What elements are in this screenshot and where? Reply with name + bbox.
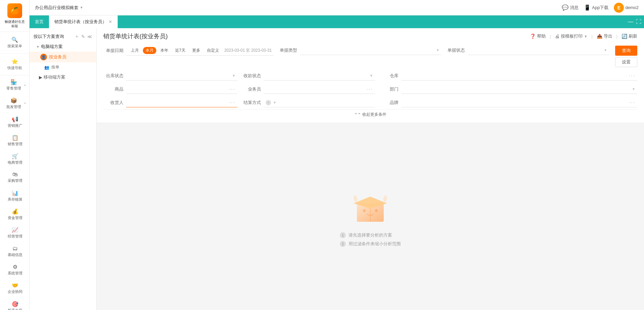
empty-tip-1: 1 请先选择要分析的方案 [340,232,401,238]
filter-area: 单据日期 上月 本月 本年 近7天 更多 自定义 2023-03-01 至 20… [103,44,637,123]
dept-control[interactable]: ▼ [401,85,637,94]
wholesale-label: 批发管理 [6,104,21,109]
collapse-panel-icon[interactable]: ≪ [87,34,92,39]
date-this-month[interactable]: 本月 [143,47,156,54]
refresh-button[interactable]: 🔄 刷新 [622,33,637,39]
collapse-bar[interactable]: ⌃⌃ 收起更多条件 [103,109,637,119]
tab-sales-stat[interactable]: 销货单统计表（按业务员） ✕ [49,15,118,28]
tab-close-icon[interactable]: ✕ [109,19,112,24]
salesperson-avatar-icon: 👤 [40,54,47,60]
tab-maximize-icon[interactable]: ⛶ [636,19,641,25]
tab-home[interactable]: 首页 [30,15,49,28]
template-print-button[interactable]: 🖨 按模板打印 ▼ [555,33,587,39]
export-button[interactable]: 📤 导出 [597,33,612,39]
doc-status-arrow: ▼ [604,48,607,52]
dept-label: 部门 [378,86,398,92]
settings-button[interactable]: 设置 [615,57,637,67]
date-custom[interactable]: 自定义 [204,47,222,54]
filter-row-2: 出库状态 ▼ 收款状态 ▼ [103,69,637,83]
desktop-group-title[interactable]: ▼ 电脑端方案 [30,42,96,52]
warehouse-control[interactable]: ··· [401,71,637,81]
user-profile[interactable]: E demo2 [614,3,639,13]
receiver-control[interactable]: ··· [126,98,237,107]
top-nav: 办公用品行业模拟账套 ▼ 💬 消息 📱 App下载 E demo2 [30,0,644,15]
date-more[interactable]: 更多 [190,47,203,54]
sidebar-item-wholesale[interactable]: 📦 批发管理 ▼ [0,94,29,112]
by-doc-icon: 👥 [44,65,49,70]
mobile-group: ▶ 移动端方案 [30,72,96,82]
left-panel: 按以下方案查询 ＋ ✎ ≪ ▼ 电脑端方案 👤 按业务员 [30,28,97,310]
enterprise-label: 企业协同 [8,289,22,294]
sidebar-item-finance[interactable]: 💰 资金管理 [0,205,29,223]
query-button[interactable]: 查询 [615,46,637,56]
sidebar-item-ecommerce[interactable]: 🛒 电商管理 [0,150,29,168]
doc-status-control[interactable]: ▼ [468,46,609,55]
mobile-group-title[interactable]: ▶ 移动端方案 [30,72,96,82]
date-this-year[interactable]: 本年 [158,47,171,54]
finance-icon: 💰 [12,208,18,215]
tab-home-label: 首页 [35,19,44,25]
base-info-icon: 🗂 [12,246,18,252]
sidebar-item-base-info[interactable]: 🗂 基础信息 [0,242,29,260]
shortcut-nav-button[interactable]: ⭐ 快捷导航 [3,56,26,72]
sidebar-item-marketing[interactable]: 📢 营销推广 [0,113,29,131]
warehouse-filter-item: 仓库 ··· [378,71,637,81]
print-icon: 🖨 [555,34,559,39]
date-last-month[interactable]: 上月 [128,47,142,54]
download-icon: 📱 [584,4,591,11]
dept-arrow: ▼ [632,87,635,91]
brand-control[interactable]: ··· [401,98,637,107]
mobile-group-label: 移动端方案 [44,74,65,80]
sidebar-item-enterprise[interactable]: 🤝 企业协同 [0,279,29,297]
doc-type-control[interactable]: ▼ [300,46,441,55]
purchase-label: 采购管理 [8,178,22,183]
settlement-clear-icon[interactable]: × [266,100,271,105]
system-icon: ⚙ [13,264,17,270]
tip-num-1: 1 [340,232,346,238]
print-dropdown-arrow[interactable]: ▼ [584,35,587,38]
export-icon: 📤 [597,34,602,39]
receiver-label: 收货人 [103,100,123,106]
sidebar-item-purchase[interactable]: 🛍 采购管理 [0,168,29,186]
sidebar-item-zero-retail[interactable]: 🏪 零售管理 ▲ [0,75,29,94]
print-label: 按模板打印 [561,33,583,39]
export-label: 导出 [604,33,612,39]
doc-type-filter-item: 单据类型 ▼ [277,46,441,55]
sidebar-item-newbie[interactable]: 🎯 新手引导 [0,298,29,310]
shortcut-section: ⭐ 快捷导航 [0,54,29,75]
edit-scheme-icon[interactable]: ✎ [81,34,85,39]
app-logo-text: 畅捷通好生意 标版 [5,19,25,28]
left-panel-item-by-doc[interactable]: 👥 按单 [30,62,96,72]
sales-icon: 📋 [12,135,18,141]
zero-retail-icon: 🏪 [10,79,17,85]
add-scheme-icon[interactable]: ＋ [74,34,79,40]
salesperson-control[interactable]: ··· [264,85,375,94]
message-icon: 💬 [562,4,569,11]
left-panel-item-salesperson[interactable]: 👤 按业务员 [30,52,96,62]
newbie-icon: 🎯 [12,301,18,307]
settlement-control[interactable]: × ▼ [264,98,375,107]
goods-control[interactable]: ··· [126,85,237,94]
tip-text-1: 请先选择要分析的方案 [348,232,392,238]
date-filter-item: 单据日期 上月 本月 本年 近7天 更多 自定义 2023-03-01 至 20… [103,46,274,56]
sidebar-item-system[interactable]: ⚙ 系统管理 [0,260,29,279]
payment-status-control[interactable]: ▼ [264,71,375,81]
ecommerce-icon: 🛒 [12,153,18,159]
inventory-icon: 📊 [12,190,18,196]
page-title: 销货单统计表(按业务员) [103,32,168,40]
salesperson-dots: ··· [367,86,373,92]
svg-point-4 [375,209,378,212]
search-menu-button[interactable]: 🔍 搜索菜单 [3,35,26,51]
account-dropdown[interactable]: 办公用品行业模拟账套 ▼ [35,5,83,11]
out-status-control[interactable]: ▼ [126,71,237,81]
tab-minimize-icon[interactable]: — [628,19,633,25]
app-download-button[interactable]: 📱 App下载 [584,4,608,11]
collapse-up-icon: ⌃⌃ [354,112,361,117]
sidebar-item-inventory[interactable]: 📊 库存核算 [0,187,29,205]
user-name: demo2 [625,5,639,10]
sidebar-item-operations[interactable]: 📈 经营管理 [0,223,29,242]
help-button[interactable]: ❓ 帮助 [530,33,546,39]
date-last-7-days[interactable]: 近7天 [172,47,188,54]
sidebar-item-sales[interactable]: 📋 销售管理 [0,131,29,150]
message-button[interactable]: 💬 消息 [562,4,579,11]
